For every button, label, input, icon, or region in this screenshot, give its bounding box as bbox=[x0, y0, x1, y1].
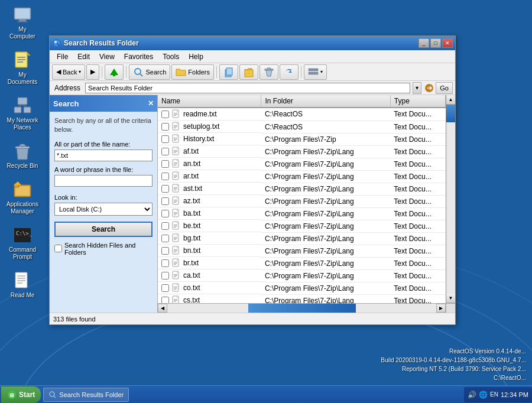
desktop-icon-readme[interactable]: Read Me bbox=[5, 269, 40, 301]
menu-file[interactable]: File bbox=[52, 51, 73, 62]
table-row[interactable]: co.txt C:\Program Files\7-Zip\Lang Text … bbox=[158, 282, 446, 294]
h-scroll-thumb[interactable] bbox=[248, 304, 356, 313]
table-row[interactable]: cs.txt C:\Program Files\7-Zip\Lang Text … bbox=[158, 294, 446, 303]
row-checkbox[interactable] bbox=[161, 148, 169, 155]
col-header-name[interactable]: Name bbox=[158, 95, 261, 108]
svg-point-33 bbox=[54, 41, 57, 43]
scrollbar-down-button[interactable]: ▼ bbox=[446, 294, 455, 303]
table-row[interactable]: be.txt C:\Program Files\7-Zip\Lang Text … bbox=[158, 220, 446, 232]
network-tray-icon[interactable]: 🌐 bbox=[479, 391, 488, 399]
row-checkbox[interactable] bbox=[161, 259, 169, 267]
row-checkbox[interactable] bbox=[161, 123, 169, 131]
search-execute-button[interactable]: Search bbox=[54, 222, 153, 237]
view-button[interactable]: ▾ bbox=[304, 64, 327, 80]
table-row[interactable]: az.txt C:\Program Files\7-Zip\Lang Text … bbox=[158, 195, 446, 207]
table-row[interactable]: setuplog.txt C:\ReactOS Text Docu... bbox=[158, 121, 446, 133]
filename-input[interactable] bbox=[54, 150, 153, 161]
table-row[interactable]: af.txt C:\Program Files\7-Zip\Lang Text … bbox=[158, 145, 446, 158]
look-in-select[interactable]: Local Disk (C:) My Computer Desktop bbox=[54, 203, 153, 216]
row-checkbox[interactable] bbox=[161, 272, 169, 280]
menu-edit[interactable]: Edit bbox=[73, 51, 95, 62]
table-row[interactable]: ar.txt C:\Program Files\7-Zip\Lang Text … bbox=[158, 170, 446, 183]
svg-rect-70 bbox=[174, 164, 177, 164]
desktop-icon-app-manager[interactable]: Applications Manager bbox=[5, 178, 40, 217]
maximize-button[interactable]: □ bbox=[430, 38, 441, 48]
desktop-icon-recycle-bin[interactable]: Recycle Bin bbox=[5, 139, 40, 172]
table-row[interactable]: ba.txt C:\Program Files\7-Zip\Lang Text … bbox=[158, 207, 446, 220]
table-row[interactable]: readme.txt C:\ReactOS Text Docu... bbox=[158, 108, 446, 121]
back-button[interactable]: ◀ Back ▾ bbox=[52, 64, 85, 80]
go-button[interactable]: Go bbox=[436, 82, 453, 94]
my-documents-icon bbox=[13, 51, 32, 70]
undo-button[interactable] bbox=[280, 64, 299, 80]
address-input[interactable] bbox=[85, 83, 410, 93]
hidden-files-checkbox[interactable] bbox=[54, 245, 62, 252]
desktop-icon-my-computer[interactable]: My Computer bbox=[5, 3, 40, 43]
minimize-button[interactable]: _ bbox=[419, 38, 429, 48]
file-name: History.txt bbox=[183, 135, 214, 143]
svg-rect-39 bbox=[226, 68, 232, 75]
svg-rect-125 bbox=[174, 300, 177, 301]
delete-button[interactable] bbox=[259, 64, 278, 80]
row-checkbox[interactable] bbox=[161, 110, 169, 118]
svg-rect-5 bbox=[19, 20, 26, 21]
menu-help[interactable]: Help bbox=[184, 51, 208, 62]
table-row[interactable]: br.txt C:\Program Files\7-Zip\Lang Text … bbox=[158, 257, 446, 269]
desktop-icon-network[interactable]: My Network Places bbox=[5, 94, 40, 134]
start-button[interactable]: ⊞ Start bbox=[1, 386, 41, 403]
table-row[interactable]: bg.txt C:\Program Files\7-Zip\Lang Text … bbox=[158, 232, 446, 245]
menu-favorites[interactable]: Favorites bbox=[119, 51, 158, 62]
col-header-type[interactable]: Type bbox=[390, 95, 445, 108]
forward-button[interactable]: ▶ bbox=[86, 64, 99, 80]
row-checkbox[interactable] bbox=[161, 173, 169, 180]
desktop-icon-my-documents[interactable]: My Documents bbox=[5, 48, 40, 88]
col-header-folder[interactable]: In Folder bbox=[261, 95, 390, 108]
h-scroll-track[interactable] bbox=[167, 304, 436, 313]
file-type: Text Docu... bbox=[390, 145, 445, 158]
move-button[interactable]: → bbox=[239, 64, 258, 80]
table-row[interactable]: ast.txt C:\Program Files\7-Zip\Lang Text… bbox=[158, 183, 446, 195]
row-checkbox[interactable] bbox=[161, 197, 169, 205]
taskbar-window-item[interactable]: Search Results Folder bbox=[43, 388, 129, 402]
svg-rect-114 bbox=[174, 274, 177, 275]
phrase-input[interactable] bbox=[54, 175, 153, 187]
row-checkbox[interactable] bbox=[161, 284, 169, 292]
row-checkbox[interactable] bbox=[161, 297, 169, 304]
close-button[interactable]: ✕ bbox=[442, 38, 453, 48]
row-checkbox[interactable] bbox=[161, 210, 169, 217]
desktop-icon-cmd[interactable]: C:\>_ Command Prompt bbox=[5, 223, 40, 263]
table-row[interactable]: bn.txt C:\Program Files\7-Zip\Lang Text … bbox=[158, 245, 446, 257]
h-scroll-left-button[interactable]: ◀ bbox=[158, 304, 167, 313]
title-bar[interactable]: Search Results Folder _ □ ✕ bbox=[50, 36, 455, 50]
table-row[interactable]: ca.txt C:\Program Files\7-Zip\Lang Text … bbox=[158, 269, 446, 282]
file-name: ca.txt bbox=[183, 271, 200, 280]
address-dropdown-button[interactable]: ▾ bbox=[413, 82, 421, 94]
vertical-scrollbar[interactable]: ▲ ▼ bbox=[446, 95, 455, 303]
results-table[interactable]: Name In Folder Type readme.txt bbox=[158, 95, 446, 303]
menu-tools[interactable]: Tools bbox=[158, 51, 184, 62]
search-toolbar-button[interactable]: Search bbox=[129, 64, 170, 80]
row-checkbox[interactable] bbox=[161, 247, 169, 255]
table-row[interactable]: an.txt C:\Program Files\7-Zip\Lang Text … bbox=[158, 158, 446, 170]
scrollbar-track[interactable] bbox=[446, 105, 455, 294]
row-checkbox[interactable] bbox=[161, 135, 169, 143]
copy-button[interactable] bbox=[219, 64, 238, 80]
h-scroll-right-button[interactable]: ▶ bbox=[436, 304, 446, 313]
svg-rect-116 bbox=[174, 277, 176, 277]
row-checkbox[interactable] bbox=[161, 222, 169, 230]
folders-button[interactable]: Folders bbox=[171, 64, 214, 80]
table-row[interactable]: History.txt C:\Program Files\7-Zip Text … bbox=[158, 133, 446, 145]
status-bar: 313 files found bbox=[50, 313, 455, 324]
row-checkbox[interactable] bbox=[161, 185, 169, 193]
scrollbar-up-button[interactable]: ▲ bbox=[446, 95, 455, 105]
scrollbar-thumb[interactable] bbox=[446, 105, 455, 122]
search-panel-close-button[interactable]: ✕ bbox=[148, 99, 154, 108]
language-tray[interactable]: EN bbox=[490, 391, 498, 398]
menu-view[interactable]: View bbox=[95, 51, 119, 62]
file-type: Text Docu... bbox=[390, 183, 445, 195]
up-button[interactable] bbox=[105, 64, 124, 80]
row-checkbox[interactable] bbox=[161, 160, 169, 168]
row-checkbox[interactable] bbox=[161, 235, 169, 242]
volume-tray-icon[interactable]: 🔊 bbox=[468, 391, 476, 399]
file-icon bbox=[171, 184, 181, 193]
